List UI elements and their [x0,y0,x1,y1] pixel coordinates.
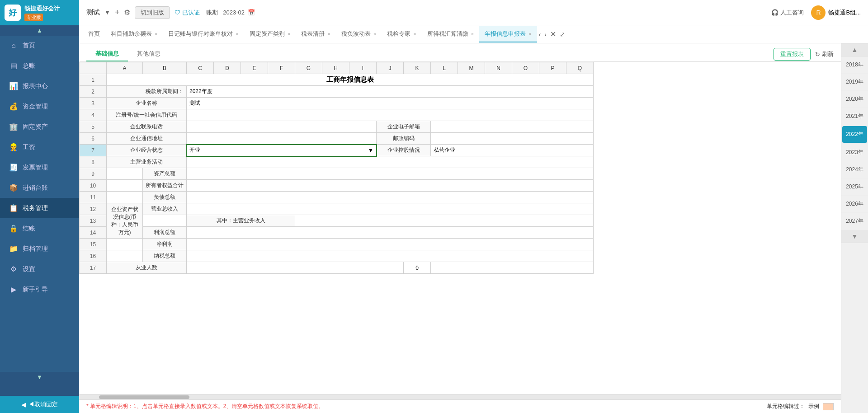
cell-7-value2[interactable]: 私营企业 [431,145,594,156]
cell-11-label[interactable]: 负债总额 [143,192,187,203]
col-header-h[interactable]: H [322,62,349,74]
sidebar-item-assets[interactable]: 🏢 固定资产 [0,117,79,137]
cell-14-value[interactable] [187,227,594,239]
col-header-p[interactable]: P [539,62,566,74]
row-header-8[interactable]: 8 [80,156,107,168]
col-header-j[interactable]: J [377,62,404,74]
col-header-k[interactable]: K [404,62,431,74]
tab-close-icon[interactable]: × [327,31,330,37]
row-header-15[interactable]: 15 [80,239,107,250]
col-header-c[interactable]: C [187,62,214,74]
row-header-12[interactable]: 12 [80,203,107,215]
cell-13-value[interactable] [295,215,594,227]
year-item-2019[interactable]: 2019年 [841,74,868,91]
cell-4-value[interactable] [187,109,594,121]
cell-2-label[interactable]: 税款所属期间： [107,86,187,98]
cell-17-label[interactable]: 从业人数 [107,262,187,274]
service-button[interactable]: 🎧 人工咨询 [771,9,804,17]
sidebar-item-tax[interactable]: 📋 税务管理 [0,198,79,218]
col-header-b[interactable]: B [143,62,187,74]
cell-7-label[interactable]: 企业经营状态 [107,145,187,156]
row-header-3[interactable]: 3 [80,98,107,109]
tab-home[interactable]: 首页 [83,26,105,42]
cell-3-label[interactable]: 企业名称 [107,98,187,109]
spreadsheet-container[interactable]: A B C D E F G H I J [79,62,841,394]
sidebar-item-archive[interactable]: 📁 归档管理 [0,239,79,259]
cell-5-label2[interactable]: 企业电子邮箱 [377,121,431,133]
cell-12-a-merged[interactable]: 企业资产状况信息(币种：人民币万元) [107,203,143,239]
tab-fixed-category[interactable]: 固定资产类别 × [244,26,296,42]
cell-12-label[interactable]: 营业总收入 [143,203,187,215]
cell-7-dropdown[interactable]: 开业 ▼ [187,145,377,156]
tab-basic-info[interactable]: 基础信息 [86,47,128,61]
add-tab-button[interactable]: + [115,8,120,17]
tab-nav-next[interactable]: › [542,31,548,38]
tab-journal-bank[interactable]: 日记账与银行对账单核对 × [163,26,244,42]
tab-close-icon[interactable]: × [373,31,376,37]
cell-6-label[interactable]: 企业通信地址 [107,133,187,145]
cell-6-value2[interactable] [431,133,594,145]
cell-5-value2[interactable] [431,121,594,133]
row-header-6[interactable]: 6 [80,133,107,145]
sidebar-scroll-down[interactable]: ▼ [0,372,79,382]
sidebar-item-guide[interactable]: ▶ 新手引导 [0,279,79,300]
sidebar-item-report[interactable]: 📊 报表中心 [0,76,79,96]
cell-15-value[interactable] [187,239,594,250]
cell-15-a[interactable] [107,239,143,250]
cell-8-label[interactable]: 主营业务活动 [107,156,187,168]
row-header-1[interactable]: 1 [80,74,107,86]
col-header-d[interactable]: D [214,62,241,74]
year-item-2021[interactable]: 2021年 [841,108,868,125]
cell-4-label[interactable]: 注册号/统一社会信用代码 [107,109,187,121]
tab-aux-balance[interactable]: 科目辅助余额表 × [105,26,163,42]
tab-income-tax[interactable]: 所得税汇算清缴 × [422,26,479,42]
sidebar-scroll-up[interactable]: ▲ [0,25,79,36]
sidebar-item-closing[interactable]: 🔒 结账 [0,218,79,239]
cell-16-value[interactable] [187,250,594,262]
cell-5-value[interactable] [187,121,377,133]
cell-12-value[interactable] [187,203,594,215]
cell-14-label[interactable]: 利润总额 [143,227,187,239]
cell-16-a[interactable] [107,250,143,262]
year-item-2020[interactable]: 2020年 [841,91,868,108]
tab-other-info[interactable]: 其他信息 [128,47,170,61]
tab-close-icon[interactable]: × [155,31,157,37]
cell-2-value[interactable]: 2022年度 [187,86,594,98]
cell-17-value1[interactable] [187,262,404,274]
col-header-o[interactable]: O [512,62,539,74]
year-item-2027[interactable]: 2027年 [841,213,868,230]
sidebar-item-settings[interactable]: ⚙ 设置 [0,259,79,279]
cell-7-label2[interactable]: 企业控股情况 [377,145,431,156]
col-header-g[interactable]: G [295,62,322,74]
tab-tax-clearance[interactable]: 税表清册 × [296,26,335,42]
year-item-2024[interactable]: 2024年 [841,161,868,178]
cell-6-label2[interactable]: 邮政编码 [377,133,431,145]
sidebar-item-invoice[interactable]: 🧾 发票管理 [0,157,79,178]
user-menu[interactable]: R 畅捷通B组... [811,5,861,20]
tab-close-icon[interactable]: × [288,31,290,37]
cell-9-value[interactable] [187,168,594,180]
cell-13-label[interactable]: 其中：主营业务收入 [187,215,295,227]
tab-close-icon[interactable]: × [236,31,238,37]
cancel-fixed-button[interactable]: ◀ ◀取消固定 [0,396,79,413]
tab-tax-expert[interactable]: 税检专家 × [382,26,421,42]
row-header-10[interactable]: 10 [80,180,107,192]
sidebar-item-finance[interactable]: 💰 资金管理 [0,96,79,117]
row-header-13[interactable]: 13 [80,215,107,227]
tab-close-icon[interactable]: × [528,31,531,37]
cell-11-a[interactable] [107,192,143,203]
row-header-17[interactable]: 17 [80,262,107,274]
row-header-4[interactable]: 4 [80,109,107,121]
year-panel-down[interactable]: ▼ [841,230,868,243]
row-header-7[interactable]: 7 [80,145,107,156]
cell-10-a[interactable] [107,180,143,192]
sidebar-item-salary[interactable]: 👷 工资 [0,137,79,157]
cell-1-title[interactable]: 工商年报信息表 [107,74,594,86]
year-item-2018[interactable]: 2018年 [841,56,868,74]
tab-nav-prev[interactable]: ‹ [537,31,543,38]
reset-report-button[interactable]: 重置报表 [774,48,811,61]
tab-annual-report[interactable]: 年报信息申报表 × [479,26,537,42]
cell-11-value[interactable] [187,192,594,203]
sidebar-item-home[interactable]: ⌂ 首页 [0,36,79,56]
row-header-2[interactable]: 2 [80,86,107,98]
